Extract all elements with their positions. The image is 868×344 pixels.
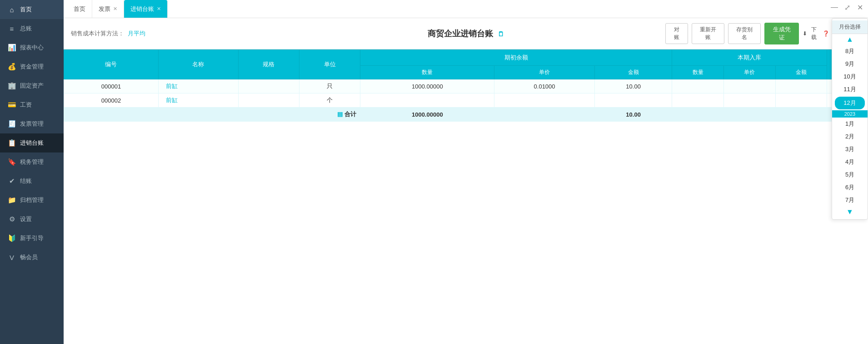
month-item-2023-3[interactable]: 3月 <box>832 143 868 156</box>
cell-in-amount <box>775 79 827 93</box>
save-alias-button[interactable]: 存货别名 <box>728 23 761 44</box>
inventory-icon: 📋 <box>7 139 16 147</box>
month-item-2023-1[interactable]: 1月 <box>832 118 868 130</box>
total-in-amount <box>775 108 827 122</box>
sidebar-label-home: 首页 <box>20 5 32 14</box>
sidebar-item-inventory[interactable]: 📋 进销台账 <box>0 133 64 152</box>
maximize-button[interactable]: ⤢ <box>843 3 852 12</box>
month-item-10[interactable]: 10月 <box>832 70 868 83</box>
salary-icon: 💳 <box>7 101 16 109</box>
home-icon: ⌂ <box>7 6 16 14</box>
sidebar-label-invoice-mgmt: 发票管理 <box>20 120 44 128</box>
archive-icon: 📁 <box>7 196 16 204</box>
funds-icon: 💰 <box>7 63 16 71</box>
month-item-2023-6[interactable]: 6月 <box>832 181 868 194</box>
table-icon: 🗒 <box>498 30 504 38</box>
month-item-2023-5[interactable]: 5月 <box>832 168 868 181</box>
sidebar-item-member[interactable]: V 畅会员 <box>0 248 64 267</box>
assets-icon: 🏢 <box>7 82 16 90</box>
cell-in-price <box>724 79 776 93</box>
col-opening-price: 单价 <box>494 66 594 79</box>
month-item-2023-4[interactable]: 4月 <box>832 156 868 168</box>
invoice-mgmt-icon: 🧾 <box>7 120 16 128</box>
cell-in-qty <box>672 79 724 93</box>
sidebar-item-ledger[interactable]: ≡ 总账 <box>0 19 64 38</box>
cell-name: 前缸 <box>158 93 238 108</box>
guide-icon: 🔰 <box>7 234 16 242</box>
col-code: 编号 <box>64 50 159 79</box>
minimize-button[interactable]: — <box>830 3 839 12</box>
table-total-row: ▤合计 1000.00000 10.00 <box>64 108 868 122</box>
close-books-icon: ✔ <box>7 177 16 185</box>
table-row: 000001 前缸 只 1000.00000 0.01000 10.00 <box>64 79 868 93</box>
month-panel-title: 月份选择 <box>832 20 868 34</box>
cell-spec <box>238 79 299 93</box>
tab-inventory[interactable]: 进销台账 ✕ <box>124 0 168 18</box>
total-in-qty <box>672 108 724 122</box>
sidebar-item-salary[interactable]: 💳 工资 <box>0 95 64 114</box>
col-opening-amount: 金额 <box>594 66 672 79</box>
total-opening-price <box>494 108 594 122</box>
tab-inventory-label: 进销台账 <box>130 5 154 13</box>
ledger-icon: ≡ <box>7 25 16 33</box>
col-spec: 规格 <box>238 50 299 79</box>
month-item-11[interactable]: 11月 <box>832 83 868 96</box>
cell-spec <box>238 93 299 108</box>
sidebar-item-tax[interactable]: 🔖 税务管理 <box>0 152 64 172</box>
col-unit: 单位 <box>299 50 360 79</box>
cell-code: 000002 <box>64 93 159 108</box>
reconcile-button[interactable]: 对账 <box>665 23 688 44</box>
col-in-price: 单价 <box>724 66 776 79</box>
sidebar-label-archive: 归档管理 <box>20 196 44 204</box>
sidebar-label-guide: 新手引导 <box>20 234 44 242</box>
sidebar-item-guide[interactable]: 🔰 新手引导 <box>0 229 64 248</box>
tab-home[interactable]: 首页 <box>67 0 92 18</box>
table-wrapper: 编号 名称 规格 单位 期初余额 本期入库 数 数量 单价 金额 数量 单价 <box>64 49 868 344</box>
page-title: 商贸企业进销台账 🗒 <box>271 28 661 39</box>
generate-voucher-button[interactable]: 生成凭证 <box>764 23 799 44</box>
page-toolbar: 销售成本计算方法： 月平均 商贸企业进销台账 🗒 对账 重新开账 存货别名 生成… <box>64 18 868 49</box>
total-label: ▤合计 <box>64 108 360 122</box>
cell-opening-amount: 10.00 <box>594 79 672 93</box>
col-in-qty: 数量 <box>672 66 724 79</box>
month-item-2023-7[interactable]: 7月 <box>832 194 868 206</box>
close-window-button[interactable]: ✕ <box>855 3 864 12</box>
reopen-button[interactable]: 重新开账 <box>692 23 724 44</box>
sidebar-label-tax: 税务管理 <box>20 158 44 166</box>
total-opening-qty: 1000.00000 <box>360 108 494 122</box>
month-item-8[interactable]: 8月 <box>832 45 868 58</box>
sidebar-item-reports[interactable]: 📊 报表中心 <box>0 38 64 57</box>
col-in-amount: 金额 <box>775 66 827 79</box>
reports-icon: 📊 <box>7 44 16 52</box>
sidebar-item-invoice-mgmt[interactable]: 🧾 发票管理 <box>0 114 64 133</box>
sidebar-item-assets[interactable]: 🏢 固定资产 <box>0 76 64 95</box>
cell-in-amount <box>775 93 827 108</box>
cell-code: 000001 <box>64 79 159 93</box>
download-button[interactable]: ⬇ 下载 <box>803 26 819 41</box>
month-scroll-down[interactable]: ▼ <box>832 206 868 217</box>
sidebar-item-settings[interactable]: ⚙ 设置 <box>0 210 64 229</box>
month-panel: 月份选择 ▲ 8月 9月 10月 11月 12月 2023 1月 2月 3月 4… <box>832 18 868 220</box>
sidebar-label-assets: 固定资产 <box>20 82 44 90</box>
month-item-9[interactable]: 9月 <box>832 58 868 70</box>
tab-home-label: 首页 <box>74 5 85 13</box>
col-opening-qty: 数量 <box>360 66 494 79</box>
tab-inventory-close[interactable]: ✕ <box>157 6 161 12</box>
cost-method-info: 销售成本计算方法： 月平均 <box>71 29 266 38</box>
tab-invoice[interactable]: 发票 ✕ <box>92 0 124 18</box>
content-area: 销售成本计算方法： 月平均 商贸企业进销台账 🗒 对账 重新开账 存货别名 生成… <box>64 18 868 344</box>
sidebar-item-funds[interactable]: 💰 资金管理 <box>0 57 64 76</box>
tab-invoice-close[interactable]: ✕ <box>113 6 117 12</box>
sidebar-item-home[interactable]: ⌂ 首页 <box>0 0 64 19</box>
month-item-12[interactable]: 12月 <box>835 97 865 109</box>
month-item-2023-2[interactable]: 2月 <box>832 130 868 143</box>
total-in-price <box>724 108 776 122</box>
member-icon: V <box>7 254 16 261</box>
total-opening-amount: 10.00 <box>594 108 672 122</box>
col-name: 名称 <box>158 50 238 79</box>
month-scroll-up[interactable]: ▲ <box>832 34 868 45</box>
cell-unit: 只 <box>299 79 360 93</box>
cell-name: 前缸 <box>158 79 238 93</box>
sidebar-item-archive[interactable]: 📁 归档管理 <box>0 191 64 210</box>
sidebar-item-close[interactable]: ✔ 结账 <box>0 172 64 191</box>
